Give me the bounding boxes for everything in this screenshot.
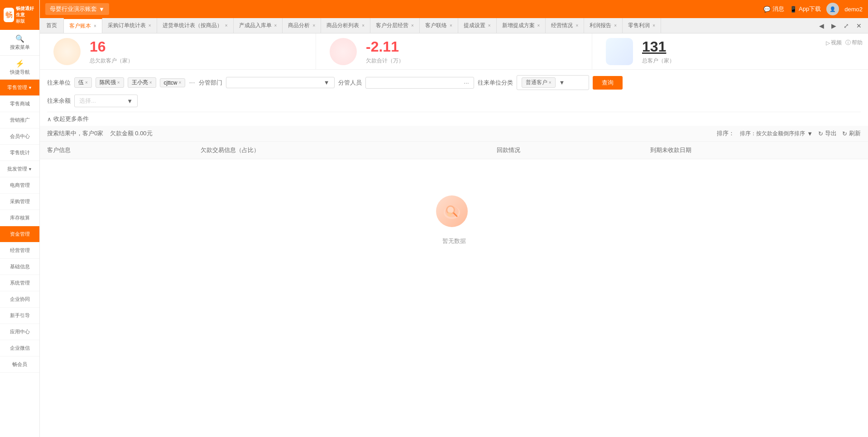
tab-operations[interactable]: 经营情况 × bbox=[546, 18, 584, 33]
sidebar-item-marketing[interactable]: 营销推广 bbox=[0, 112, 39, 128]
tab-close-icon[interactable]: × bbox=[149, 23, 151, 28]
sidebar-item-operations[interactable]: 经营管理 bbox=[0, 242, 39, 259]
sidebar-item-collab[interactable]: 企业协同 bbox=[0, 291, 39, 308]
unit-tags-more[interactable]: ··· bbox=[189, 79, 195, 87]
amount-text: 欠款金额 0.00元 bbox=[110, 130, 153, 137]
sidebar-item-vip[interactable]: 畅会员 bbox=[0, 356, 39, 373]
table-info-left: 搜索结果中，客户0家 欠款金额 0.00元 bbox=[47, 129, 153, 138]
tab-close-icon[interactable]: × bbox=[225, 23, 228, 28]
unit-tag-wang[interactable]: 王小亮 × bbox=[128, 77, 156, 88]
person-select-dots[interactable]: ··· bbox=[464, 79, 469, 86]
video-btn[interactable]: ▷ 视频 bbox=[826, 39, 842, 47]
tab-customer-tier[interactable]: 客户分层经营 × bbox=[370, 18, 420, 33]
tab-close-icon[interactable]: × bbox=[362, 23, 364, 28]
phone-icon: 📱 bbox=[790, 6, 797, 13]
top-bar: 母婴行业演示账套 ▼ 💬 消息 📱 App下载 👤 demo2 bbox=[40, 0, 868, 18]
message-btn[interactable]: 💬 消息 bbox=[763, 5, 784, 13]
tab-close-icon[interactable]: × bbox=[575, 23, 578, 28]
sidebar-quicknav[interactable]: ⚡ 快捷导航 bbox=[0, 56, 39, 80]
col-payment-status: 回款情况 bbox=[489, 142, 643, 159]
sidebar-item-retail[interactable]: 零售管理 ▼ bbox=[0, 80, 39, 96]
filter-row-1: 往来单位 伍 × 陈民强 × 王小亮 × cjttcw bbox=[47, 75, 861, 90]
sidebar-item-app-center[interactable]: 应用中心 bbox=[0, 324, 39, 340]
sidebar-search[interactable]: 🔍 搜索菜单 bbox=[0, 30, 39, 56]
refresh-button[interactable]: ↻ 刷新 bbox=[842, 129, 861, 138]
video-icon: ▷ bbox=[826, 40, 830, 46]
tab-close-icon[interactable]: × bbox=[312, 23, 315, 28]
dept-select[interactable]: ▼ bbox=[226, 77, 335, 88]
tab-home[interactable]: 首页 bbox=[40, 18, 64, 33]
sidebar-item-purchase[interactable]: 采购管理 bbox=[0, 194, 39, 210]
unit-tag-cjttcw[interactable]: cjttcw × bbox=[160, 78, 186, 87]
sidebar-item-wholesale[interactable]: 批发管理 ▼ bbox=[0, 161, 39, 177]
sidebar-logo[interactable]: 畅 畅捷通好生意 标版 bbox=[0, 0, 39, 30]
export-button[interactable]: ↻ 导出 bbox=[818, 129, 837, 138]
tab-close-icon[interactable]: × bbox=[450, 23, 452, 28]
tab-retail-profit[interactable]: 零售利润 × bbox=[623, 18, 661, 33]
sort-select[interactable]: 排序：按欠款金额倒序排序 ▼ bbox=[740, 130, 813, 138]
tab-close-icon[interactable]: × bbox=[411, 23, 414, 28]
app-download-btn[interactable]: 📱 App下载 bbox=[790, 5, 821, 13]
sidebar-item-finance[interactable]: 资金管理 bbox=[0, 226, 39, 242]
sidebar-item-member[interactable]: 会员中心 bbox=[0, 128, 39, 145]
help-btn[interactable]: ⓘ 帮助 bbox=[845, 39, 863, 47]
tab-close-icon[interactable]: × bbox=[488, 23, 491, 28]
category-tag-close[interactable]: × bbox=[549, 80, 551, 85]
tab-purchase-order[interactable]: 采购订单统计表 × bbox=[102, 18, 157, 33]
sidebar-item-guide[interactable]: 新手引导 bbox=[0, 308, 39, 324]
tab-customer-ledger[interactable]: 客户账本 × bbox=[64, 18, 102, 33]
chevron-down-icon: ▼ bbox=[324, 79, 330, 86]
tag-close-wu[interactable]: × bbox=[85, 80, 88, 85]
tab-commission-setting[interactable]: 提成设置 × bbox=[458, 18, 497, 33]
sidebar-item-retail-mall[interactable]: 零售商城 bbox=[0, 96, 39, 112]
tab-product-analysis[interactable]: 商品分析 × bbox=[283, 18, 321, 33]
tab-close-icon[interactable]: × bbox=[652, 23, 655, 28]
tab-close-icon[interactable]: × bbox=[94, 24, 96, 28]
tab-expand-icon[interactable]: ⤢ bbox=[841, 21, 852, 30]
tab-customer-contact[interactable]: 客户联络 × bbox=[420, 18, 458, 33]
tag-close-wang[interactable]: × bbox=[149, 80, 152, 85]
category-tag-normal[interactable]: 普通客户 × bbox=[522, 77, 556, 88]
svg-point-5 bbox=[447, 212, 452, 217]
sidebar-item-inventory[interactable]: 库存核算 bbox=[0, 210, 39, 226]
tab-close-icon[interactable]: × bbox=[274, 23, 277, 28]
tab-close-icon[interactable]: × bbox=[537, 23, 540, 28]
sidebar-item-retail-stats[interactable]: 零售统计 bbox=[0, 145, 39, 161]
unit-filter-label: 往来单位 bbox=[47, 79, 71, 87]
tab-bar-controls: ◀ ▶ ⤢ ✕ bbox=[813, 21, 868, 30]
tab-prev-icon[interactable]: ◀ bbox=[816, 21, 827, 30]
sidebar-item-basic-info[interactable]: 基础信息 bbox=[0, 259, 39, 275]
tab-add-commission[interactable]: 新增提成方案 × bbox=[497, 18, 546, 33]
top-bar-right: 💬 消息 📱 App下载 👤 demo2 bbox=[763, 3, 863, 15]
stat-text-total-customers: 131 总客户（家） bbox=[642, 38, 675, 65]
sidebar-item-ecommerce[interactable]: 电商管理 bbox=[0, 177, 39, 194]
person-select[interactable]: ··· bbox=[365, 77, 474, 89]
tag-close-cjttcw[interactable]: × bbox=[179, 80, 182, 85]
balance-select[interactable]: 选择... ▼ bbox=[74, 95, 138, 107]
chevron-down-icon: ▼ bbox=[807, 130, 813, 137]
tab-next-icon[interactable]: ▶ bbox=[829, 21, 839, 30]
tab-inbound-stats[interactable]: 进货单统计表（按商品） × bbox=[157, 18, 234, 33]
tab-close-all-icon[interactable]: ✕ bbox=[854, 21, 864, 30]
tab-product-inbound[interactable]: 产成品入库单 × bbox=[234, 18, 283, 33]
sidebar-item-wechat[interactable]: 企业微信 bbox=[0, 340, 39, 356]
tab-profit-report[interactable]: 利润报告 × bbox=[584, 18, 623, 33]
stat-help-buttons: ▷ 视频 ⓘ 帮助 bbox=[826, 39, 863, 47]
unit-tag-wu[interactable]: 伍 × bbox=[74, 77, 92, 88]
chevron-down-icon: ▼ bbox=[559, 79, 565, 86]
chevron-down-icon: ▼ bbox=[99, 6, 105, 13]
logo-text: 畅捷通好生意 bbox=[16, 5, 36, 18]
account-selector[interactable]: 母婴行业演示账套 ▼ bbox=[45, 3, 109, 15]
col-due-date: 到期未收款日期 bbox=[643, 142, 868, 159]
category-select[interactable]: 普通客户 × ▼ bbox=[517, 75, 589, 90]
tab-product-analysis-list[interactable]: 商品分析列表 × bbox=[321, 18, 370, 33]
tag-close-chen[interactable]: × bbox=[117, 80, 120, 85]
sidebar-item-system[interactable]: 系统管理 bbox=[0, 275, 39, 291]
user-avatar[interactable]: 👤 bbox=[826, 3, 839, 15]
collapse-button[interactable]: ∧ 收起更多条件 bbox=[47, 112, 861, 126]
tab-close-icon[interactable]: × bbox=[614, 23, 617, 28]
user-name: demo2 bbox=[844, 6, 863, 13]
query-button[interactable]: 查询 bbox=[593, 76, 623, 90]
unit-tag-chen[interactable]: 陈民强 × bbox=[96, 77, 124, 88]
logo-sub: 标版 bbox=[16, 18, 36, 24]
